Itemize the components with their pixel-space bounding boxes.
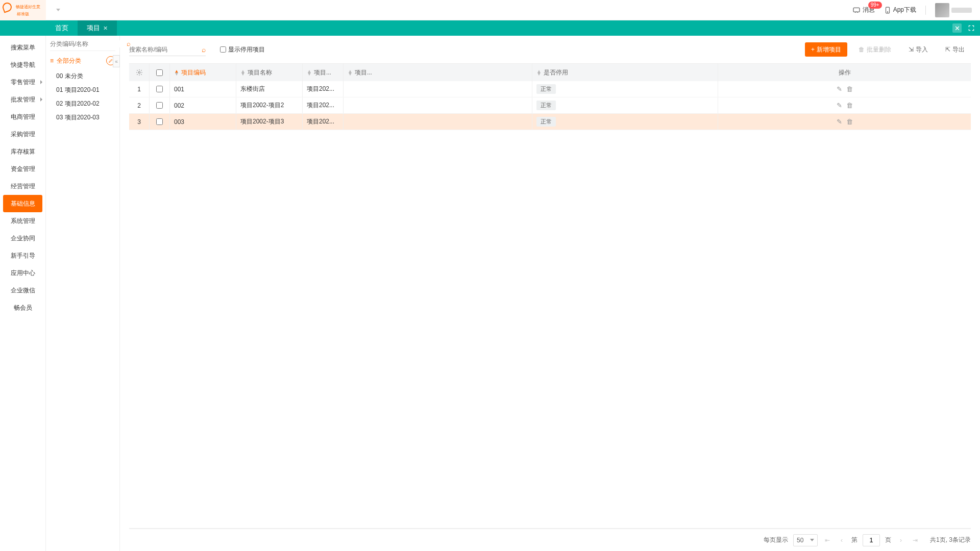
page-suffix: 页 xyxy=(885,536,891,544)
delete-button[interactable]: 🗑 xyxy=(846,102,853,109)
cell-note xyxy=(344,81,532,97)
category-item-2[interactable]: 02 项目2020-02 xyxy=(56,97,115,111)
delete-button[interactable]: 🗑 xyxy=(846,118,853,126)
close-icon[interactable]: ✕ xyxy=(103,25,108,32)
delete-button[interactable]: 🗑 xyxy=(846,85,853,93)
category-root-label: 全部分类 xyxy=(57,57,81,65)
sidebar-item-12[interactable]: 新手引导 xyxy=(0,247,45,264)
first-page-button[interactable]: ⇤ xyxy=(823,536,832,545)
svg-rect-0 xyxy=(853,8,860,12)
sidebar-item-2[interactable]: 零售管理 xyxy=(0,73,45,91)
table-settings-button[interactable] xyxy=(129,64,150,81)
chevron-right-icon xyxy=(40,80,42,84)
edit-button[interactable]: ✎ xyxy=(837,85,842,93)
search-input[interactable] xyxy=(129,43,206,56)
trash-icon: 🗑 xyxy=(859,46,865,53)
table-row[interactable]: 2002项目2002-项目2项目202...正常✎🗑 xyxy=(129,97,971,114)
category-panel: ⌕ ≡ 全部分类 « 00 未分类01 项目2020-0102 项目2020-0… xyxy=(46,36,120,551)
sidebar-item-3[interactable]: 批发管理 xyxy=(0,91,45,108)
sidebar-item-8[interactable]: 经营管理 xyxy=(0,178,45,195)
page-input[interactable] xyxy=(863,534,880,546)
cell-operations: ✎🗑 xyxy=(718,81,971,97)
batch-delete-button[interactable]: 🗑 批量删除 xyxy=(852,42,897,57)
search-icon[interactable]: ⌕ xyxy=(202,45,206,54)
per-page-select[interactable]: 50 xyxy=(793,534,818,546)
edit-button[interactable]: ✎ xyxy=(837,118,842,126)
last-page-button[interactable]: ⇥ xyxy=(911,536,920,545)
tab-home[interactable]: 首页 xyxy=(46,20,78,36)
sidebar: 搜索菜单快捷导航零售管理批发管理电商管理采购管理库存核算资金管理经营管理基础信息… xyxy=(0,36,46,551)
col-name[interactable]: ▲▼项目名称 xyxy=(236,64,303,81)
sidebar-item-11[interactable]: 企业协同 xyxy=(0,230,45,247)
row-index: 2 xyxy=(129,97,150,113)
table-row[interactable]: 3003项目2002-项目3项目202...正常✎🗑 xyxy=(129,114,971,130)
category-root[interactable]: ≡ 全部分类 xyxy=(50,54,115,67)
col-note[interactable]: ▲▼项目... xyxy=(344,64,532,81)
col-category[interactable]: ▲▼项目... xyxy=(303,64,344,81)
cell-status: 正常 xyxy=(532,97,718,113)
brand-logo: 畅捷通好生意 标准版 xyxy=(0,0,46,20)
row-checkbox[interactable] xyxy=(150,114,170,130)
next-page-button[interactable]: › xyxy=(896,536,905,545)
sidebar-item-9[interactable]: 基础信息 xyxy=(3,195,42,212)
category-search-input[interactable] xyxy=(50,40,127,47)
sidebar-item-1[interactable]: 快捷导航 xyxy=(0,56,45,73)
export-button[interactable]: ⇱ 导出 xyxy=(939,42,971,57)
phone-icon xyxy=(884,6,891,14)
app-download-button[interactable]: App下载 xyxy=(884,6,916,14)
show-disabled-label: 显示停用项目 xyxy=(228,45,265,54)
sidebar-item-14[interactable]: 企业微信 xyxy=(0,282,45,299)
per-page-label: 每页显示 xyxy=(764,536,788,544)
divider xyxy=(925,6,926,15)
category-item-0[interactable]: 00 未分类 xyxy=(56,69,115,83)
sidebar-item-10[interactable]: 系统管理 xyxy=(0,212,45,230)
row-checkbox[interactable] xyxy=(150,81,170,97)
row-index: 1 xyxy=(129,81,150,97)
svg-point-3 xyxy=(138,71,140,73)
category-item-3[interactable]: 03 项目2020-03 xyxy=(56,111,115,124)
col-status[interactable]: ▲▼是否停用 xyxy=(532,64,718,81)
user-menu[interactable] xyxy=(935,3,972,17)
prev-page-button[interactable]: ‹ xyxy=(837,536,846,545)
collapse-panel-button[interactable]: « xyxy=(113,55,120,67)
messages-button[interactable]: 消息 99+ xyxy=(852,6,875,14)
sidebar-item-13[interactable]: 应用中心 xyxy=(0,264,45,282)
tab-home-label: 首页 xyxy=(55,23,68,33)
sidebar-item-15[interactable]: 畅会员 xyxy=(0,299,45,316)
sidebar-item-0[interactable]: 搜索菜单 xyxy=(0,39,45,56)
col-code[interactable]: ▲▼项目编码 xyxy=(170,64,236,81)
sidebar-item-5[interactable]: 采购管理 xyxy=(0,126,45,143)
row-index: 3 xyxy=(129,114,150,130)
tab-project-label: 项目 xyxy=(87,23,100,33)
main-content: ⌕ 显示停用项目 + 新增项目 🗑 批量删除 ⇲ 导入 ⇱ 导出 xyxy=(120,36,980,551)
fullscreen-button[interactable] xyxy=(967,23,976,33)
show-disabled-input[interactable] xyxy=(220,46,226,53)
cell-category: 项目202... xyxy=(303,97,344,113)
select-all-checkbox[interactable] xyxy=(150,64,170,81)
project-table: ▲▼项目编码 ▲▼项目名称 ▲▼项目... ▲▼项目... ▲▼是否停用 操作 … xyxy=(129,63,971,529)
chevron-down-icon xyxy=(56,9,60,11)
import-button[interactable]: ⇲ 导入 xyxy=(902,42,934,57)
org-selector[interactable] xyxy=(46,0,70,20)
expand-icon xyxy=(968,24,975,32)
cell-note xyxy=(344,97,532,113)
sidebar-item-4[interactable]: 电商管理 xyxy=(0,108,45,126)
search-icon[interactable]: ⌕ xyxy=(127,40,131,47)
cell-status: 正常 xyxy=(532,81,718,97)
category-item-1[interactable]: 01 项目2020-01 xyxy=(56,83,115,97)
page-prefix: 第 xyxy=(851,536,857,544)
table-row[interactable]: 1001东楼街店项目202...正常✎🗑 xyxy=(129,81,971,97)
add-project-button[interactable]: + 新增项目 xyxy=(805,42,847,57)
show-disabled-checkbox[interactable]: 显示停用项目 xyxy=(220,45,265,54)
import-label: 导入 xyxy=(916,45,928,54)
tab-project[interactable]: 项目 ✕ xyxy=(78,20,117,36)
sidebar-item-7[interactable]: 资金管理 xyxy=(0,160,45,178)
cell-code: 002 xyxy=(170,97,236,113)
chat-icon xyxy=(852,6,861,14)
chevron-right-icon xyxy=(40,97,42,102)
close-all-tabs-button[interactable]: ✕ xyxy=(952,23,962,33)
cell-name: 东楼街店 xyxy=(236,81,303,97)
sidebar-item-6[interactable]: 库存核算 xyxy=(0,143,45,160)
row-checkbox[interactable] xyxy=(150,97,170,113)
edit-button[interactable]: ✎ xyxy=(837,102,842,109)
